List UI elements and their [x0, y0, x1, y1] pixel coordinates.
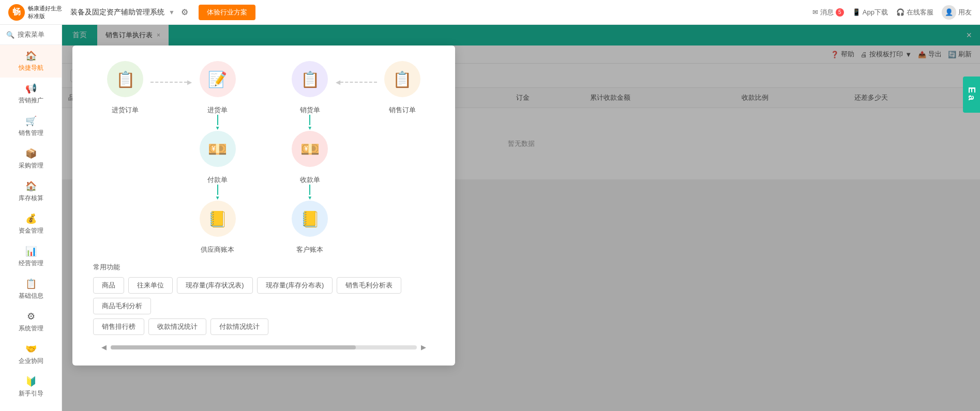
purchase-bill-icon: 📝: [208, 70, 227, 88]
top-header: 畅 畅康通好生意 标准版 装备及固定资产辅助管理系统 ▼ ⚙ 体验行业方案 ✉ …: [0, 0, 980, 25]
func-btn-payment-stats[interactable]: 付款情况统计: [210, 318, 268, 335]
func-btn-gross-profit-analysis[interactable]: 销售毛利分析表: [337, 277, 401, 294]
search-icon: 🔍: [6, 31, 14, 39]
payment-icon-wrap: 💴: [200, 131, 236, 167]
spacer5: [384, 115, 420, 131]
scroll-left-btn[interactable]: ◀: [101, 343, 107, 351]
flow-node-sale-order: 📋 销售订单: [384, 61, 420, 115]
message-icon: ✉: [812, 8, 818, 16]
arrow-down-icon1: ▼: [215, 125, 220, 131]
purchase-bill-icon-wrap: 📝: [200, 61, 236, 97]
flow-node-supplier-ledger: 📒 供应商账本: [200, 201, 236, 254]
app-download-btn[interactable]: 📱 App下载: [852, 8, 888, 17]
arrow-left-icon: ◀: [336, 79, 340, 86]
purchase-order-label: 进货订单: [112, 105, 139, 115]
func-btn-sales-ranking[interactable]: 销售排行榜: [93, 318, 144, 335]
sp3: [243, 185, 284, 201]
basic-icon: 📋: [25, 278, 37, 290]
sale-order-icon: 📋: [393, 70, 412, 88]
spacer2: [150, 115, 192, 131]
sidebar: 🔍 搜索菜单 🏠 快捷导航 📢 营销推广 🛒 销售管理 📦 采购管理 🏠 库存核…: [0, 25, 62, 411]
func-buttons-row1: 商品 往来单位 现存量(库存状况表) 现存量(库存分布表) 销售毛利分析表 商品…: [93, 277, 434, 314]
func-buttons-row2: 销售排行榜 收款情况统计 付款情况统计: [93, 318, 434, 335]
sale-order-icon-wrap: 📋: [384, 61, 420, 97]
flow-node-customer-ledger: 📒 客户账本: [292, 201, 328, 254]
ea-badge: Ea: [963, 77, 980, 113]
enterprise-icon: 🤝: [25, 343, 37, 355]
logo-text: 畅康通好生意 标准版: [28, 5, 62, 20]
func-btn-partner[interactable]: 往来单位: [128, 277, 173, 294]
inventory-icon: 🏠: [25, 180, 37, 192]
customer-ledger-label: 客户账本: [296, 245, 323, 254]
sidebar-item-inventory[interactable]: 🏠 库存核算: [0, 175, 62, 208]
online-service-btn[interactable]: 🎧 在线客服: [896, 8, 933, 17]
scroll-thumb: [111, 345, 356, 349]
common-functions: 常用功能 商品 往来单位 现存量(库存状况表) 现存量(库存分布表) 销售毛利分…: [93, 263, 434, 335]
sidebar-item-sales[interactable]: 🛒 销售管理: [0, 110, 62, 143]
arrow-down-icon4: ▼: [307, 195, 312, 201]
arrow-purchase-to-bill: ▶: [150, 79, 192, 86]
func-btn-product-profit[interactable]: 商品毛利分析: [93, 298, 151, 314]
sidebar-item-basic[interactable]: 📋 基础信息: [0, 273, 62, 306]
modal-content: 📋 进货订单 ▶ 📝: [72, 45, 455, 366]
payment-icon: 💴: [208, 140, 227, 158]
system-title-area: 装备及固定资产辅助管理系统 ▼ ⚙ 体验行业方案: [70, 5, 812, 20]
arrow-down-sale-bill: ▼: [292, 115, 328, 131]
sidebar-item-marketing[interactable]: 📢 营销推广: [0, 78, 62, 110]
sale-bill-label: 销货单: [300, 105, 320, 115]
message-btn[interactable]: ✉ 消息 5: [812, 8, 844, 17]
sales-icon: 🛒: [25, 115, 37, 127]
sp1: [107, 185, 143, 201]
main-layout: 🔍 搜索菜单 🏠 快捷导航 📢 营销推广 🛒 销售管理 📦 采购管理 🏠 库存核…: [0, 25, 980, 411]
modal-overlay[interactable]: 📋 进货订单 ▶ 📝: [62, 25, 980, 411]
purchase-icon: 📦: [25, 148, 37, 159]
finance-icon: 💰: [25, 213, 37, 224]
sidebar-item-enterprise[interactable]: 🤝 企业协同: [0, 338, 62, 371]
flow-node-receipt: 💴 收款单: [292, 131, 328, 185]
system-icon: ⚙: [27, 311, 35, 322]
modal: 📋 进货订单 ▶ 📝: [72, 45, 455, 366]
purchase-order-icon: 📋: [116, 70, 135, 88]
user-menu-btn[interactable]: 👤 用友: [942, 5, 972, 20]
scroll-right-btn[interactable]: ▶: [421, 343, 426, 351]
sidebar-item-system[interactable]: ⚙ 系统管理: [0, 306, 62, 338]
search-menu-btn[interactable]: 🔍 搜索菜单: [0, 25, 62, 45]
settings-icon[interactable]: ⚙: [181, 7, 188, 17]
arrow-down-icon3: ▼: [215, 195, 220, 201]
quick-nav-icon: 🏠: [25, 50, 37, 62]
sidebar-item-newbie[interactable]: 🔰 新手引导: [0, 371, 62, 403]
arrow-sale-order-to-bill: ◀: [336, 79, 377, 86]
sidebar-item-purchase[interactable]: 📦 采购管理: [0, 143, 62, 175]
receipt-label: 收款单: [300, 175, 320, 185]
system-title: 装备及固定资产辅助管理系统: [70, 8, 164, 17]
arrow-down-receipt: ▼: [292, 185, 328, 201]
message-badge: 5: [836, 8, 844, 17]
func-btn-product[interactable]: 商品: [93, 277, 124, 294]
arrow-down-icon2: ▼: [307, 125, 312, 131]
avatar: 👤: [942, 5, 956, 20]
content-area: 首页 销售订单执行表 × × ❓ 帮助 🖨 按模板打印 ▼ 📤 导出: [62, 25, 980, 411]
supplier-ledger-icon: 📒: [208, 210, 227, 228]
experience-btn[interactable]: 体验行业方案: [199, 5, 255, 20]
func-btn-stock-status[interactable]: 现存量(库存状况表): [177, 277, 253, 294]
sidebar-item-finance[interactable]: 💰 资金管理: [0, 208, 62, 240]
common-funcs-title: 常用功能: [93, 263, 434, 272]
sidebar-item-quick-nav[interactable]: 🏠 快捷导航: [0, 45, 62, 78]
headset-icon: 🎧: [896, 8, 904, 16]
flow-node-purchase-bill: 📝 进货单: [200, 61, 236, 115]
flow-node-sale-bill: 📋 销货单: [292, 61, 328, 115]
func-btn-receipt-stats[interactable]: 收款情况统计: [148, 318, 206, 335]
func-btn-stock-dist[interactable]: 现存量(库存分布表): [257, 277, 333, 294]
arrow-down-purchase-bill: ▼: [200, 115, 236, 131]
payment-label: 付款单: [207, 175, 228, 185]
receipt-icon-wrap: 💴: [292, 131, 328, 167]
scroll-track[interactable]: [111, 345, 417, 349]
supplier-ledger-label: 供应商账本: [201, 245, 234, 254]
spacer1: [107, 115, 143, 131]
receipt-icon: 💴: [300, 140, 320, 158]
dropdown-arrow-icon[interactable]: ▼: [169, 9, 175, 16]
sidebar-item-operation[interactable]: 📊 经营管理: [0, 240, 62, 273]
header-right: ✉ 消息 5 📱 App下载 🎧 在线客服 👤 用友: [812, 5, 972, 20]
arrow-down-payment: ▼: [200, 185, 236, 201]
marketing-icon: 📢: [25, 83, 37, 94]
